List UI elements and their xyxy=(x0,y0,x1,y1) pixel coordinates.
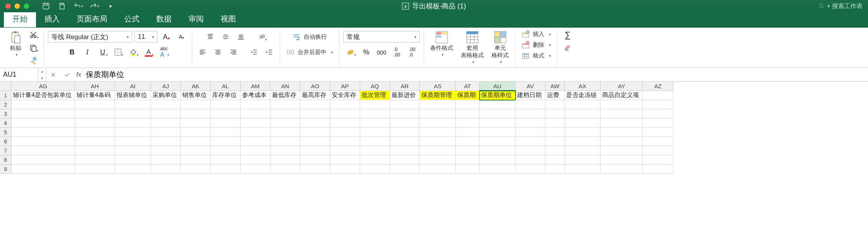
cell-AM8[interactable] xyxy=(241,155,270,165)
cell-AO9[interactable] xyxy=(300,165,330,174)
cell-AO1[interactable]: 最高库存 xyxy=(300,91,330,100)
cell-AH4[interactable] xyxy=(75,118,115,128)
cell-AU3[interactable] xyxy=(480,109,516,118)
accounting-format-button[interactable] xyxy=(344,46,357,58)
cell-AQ6[interactable] xyxy=(360,137,390,146)
cell-AQ2[interactable] xyxy=(360,100,390,109)
column-header-AY[interactable]: AY xyxy=(601,82,643,91)
cell-AH9[interactable] xyxy=(75,165,115,174)
cell-AZ3[interactable] xyxy=(643,109,673,118)
cell-AN6[interactable] xyxy=(270,137,300,146)
orientation-button[interactable]: ab xyxy=(255,31,268,43)
decrease-decimal-button[interactable]: .00.0 xyxy=(406,46,419,58)
cell-AO8[interactable] xyxy=(300,155,330,165)
column-header-AX[interactable]: AX xyxy=(565,82,601,91)
align-bottom-button[interactable] xyxy=(234,31,247,43)
cell-AM9[interactable] xyxy=(241,165,270,174)
comma-format-button[interactable]: 000 xyxy=(375,46,388,58)
cell-AX1[interactable]: 是否走冻链 xyxy=(565,91,601,100)
cell-AT7[interactable] xyxy=(456,146,480,155)
font-name-selector[interactable]: 等线 Regular (正文) xyxy=(48,31,132,43)
undo-icon[interactable]: ▾ xyxy=(73,2,84,11)
cell-AK7[interactable] xyxy=(181,146,211,155)
cell-AY5[interactable] xyxy=(601,128,643,137)
cell-AI5[interactable] xyxy=(115,128,151,137)
cell-AU7[interactable] xyxy=(480,146,516,155)
column-header-AT[interactable]: AT xyxy=(456,82,480,91)
cell-AH8[interactable] xyxy=(75,155,115,165)
cell-AN8[interactable] xyxy=(270,155,300,165)
cell-AR2[interactable] xyxy=(390,100,420,109)
cell-AL9[interactable] xyxy=(211,165,241,174)
cell-AY4[interactable] xyxy=(601,118,643,128)
cell-AL1[interactable]: 库存单位 xyxy=(211,91,241,100)
cell-AG3[interactable] xyxy=(11,109,75,118)
cell-AX9[interactable] xyxy=(565,165,601,174)
cell-AJ9[interactable] xyxy=(151,165,181,174)
cell-AZ8[interactable] xyxy=(643,155,673,165)
decrease-font-button[interactable]: A▾ xyxy=(175,31,188,43)
cell-AX3[interactable] xyxy=(565,109,601,118)
cell-AL2[interactable] xyxy=(211,100,241,109)
cell-AV5[interactable] xyxy=(516,128,545,137)
column-header-AS[interactable]: AS xyxy=(420,82,456,91)
cell-AR9[interactable] xyxy=(390,165,420,174)
row-header-7[interactable]: 7 xyxy=(0,146,11,155)
clear-button[interactable] xyxy=(561,42,574,54)
cell-AL5[interactable] xyxy=(211,128,241,137)
align-center-button[interactable] xyxy=(211,46,224,58)
cell-AS7[interactable] xyxy=(420,146,456,155)
copy-button[interactable] xyxy=(27,42,40,54)
cell-AT5[interactable] xyxy=(456,128,480,137)
cell-AM7[interactable] xyxy=(241,146,270,155)
cell-AP3[interactable] xyxy=(330,109,360,118)
tab-page-layout[interactable]: 页面布局 xyxy=(68,11,116,27)
cell-AT2[interactable] xyxy=(456,100,480,109)
search-sheet[interactable]: ▾ 搜索工作表 xyxy=(818,2,863,10)
cell-AM3[interactable] xyxy=(241,109,270,118)
cell-AP1[interactable]: 安全库存 xyxy=(330,91,360,100)
cell-AL4[interactable] xyxy=(211,118,241,128)
delete-cells-button[interactable]: 删除 xyxy=(519,40,553,50)
cell-AW8[interactable] xyxy=(545,155,565,165)
cell-AG9[interactable] xyxy=(11,165,75,174)
cell-AR3[interactable] xyxy=(390,109,420,118)
fill-color-button[interactable] xyxy=(127,46,140,58)
row-header-4[interactable]: 4 xyxy=(0,118,11,128)
column-header-AH[interactable]: AH xyxy=(75,82,115,91)
cell-AV3[interactable] xyxy=(516,109,545,118)
save-icon[interactable] xyxy=(57,2,67,11)
cell-AW7[interactable] xyxy=(545,146,565,155)
column-header-AO[interactable]: AO xyxy=(300,82,330,91)
cell-AY6[interactable] xyxy=(601,137,643,146)
row-header-5[interactable]: 5 xyxy=(0,128,11,137)
cell-AO6[interactable] xyxy=(300,137,330,146)
cancel-formula-button[interactable] xyxy=(46,71,60,78)
column-header-AL[interactable]: AL xyxy=(211,82,241,91)
cell-AS5[interactable] xyxy=(420,128,456,137)
cell-AS6[interactable] xyxy=(420,137,456,146)
customize-qat-icon[interactable]: ▾ xyxy=(105,2,116,11)
cell-AT8[interactable] xyxy=(456,155,480,165)
cell-AY1[interactable]: 商品自定义项 xyxy=(601,91,643,100)
tab-insert[interactable]: 插入 xyxy=(36,11,68,27)
cell-AG2[interactable] xyxy=(11,100,75,109)
cell-AR6[interactable] xyxy=(390,137,420,146)
cell-AN4[interactable] xyxy=(270,118,300,128)
paste-button[interactable]: 粘贴 xyxy=(7,29,25,67)
autosum-button[interactable]: ∑ xyxy=(561,29,574,41)
underline-button[interactable]: U xyxy=(96,46,109,58)
column-header-AW[interactable]: AW xyxy=(545,82,565,91)
cell-AR4[interactable] xyxy=(390,118,420,128)
cell-AH2[interactable] xyxy=(75,100,115,109)
increase-font-button[interactable]: A▴ xyxy=(160,31,173,43)
cell-AJ4[interactable] xyxy=(151,118,181,128)
format-cells-button[interactable]: 格式 xyxy=(519,51,553,61)
cell-AW2[interactable] xyxy=(545,100,565,109)
italic-button[interactable]: I xyxy=(81,46,94,58)
cell-AN2[interactable] xyxy=(270,100,300,109)
zoom-window-button[interactable] xyxy=(24,3,29,9)
cell-AG5[interactable] xyxy=(11,128,75,137)
cell-AI2[interactable] xyxy=(115,100,151,109)
cell-AI6[interactable] xyxy=(115,137,151,146)
